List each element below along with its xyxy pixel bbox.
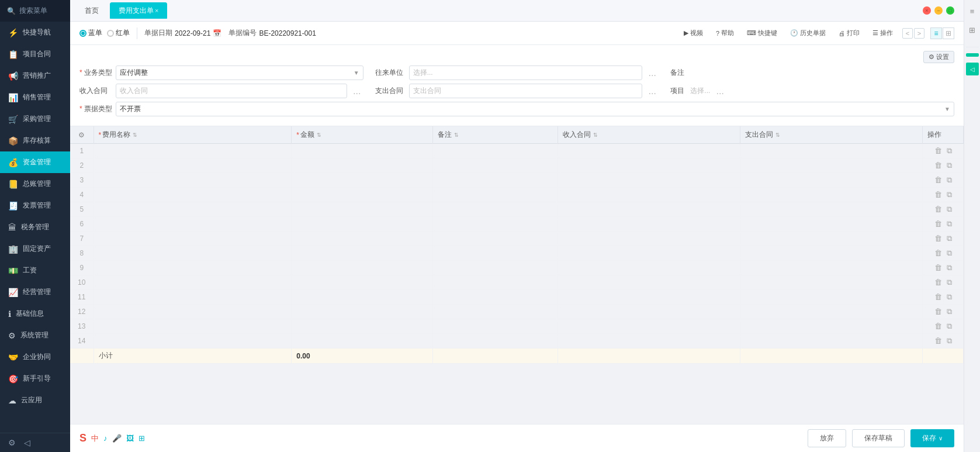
row-delete-icon-6[interactable]: 🗑 bbox=[934, 219, 942, 229]
settings-button[interactable]: ⚙ 设置 bbox=[923, 51, 954, 63]
row-expense-contract-9[interactable] bbox=[740, 261, 923, 275]
expense-contract-dots[interactable]: … bbox=[646, 87, 659, 96]
row-delete-icon-2[interactable]: 🗑 bbox=[934, 161, 942, 170]
row-expense-contract-6[interactable] bbox=[740, 217, 923, 232]
row-expense-contract-5[interactable] bbox=[740, 202, 923, 217]
sidebar-item-accounting[interactable]: 📒 总账管理 bbox=[0, 173, 70, 195]
row-expense-name-14[interactable] bbox=[94, 334, 292, 349]
row-expense-contract-3[interactable] bbox=[740, 173, 923, 188]
sort-icon-amount[interactable]: ⇅ bbox=[317, 132, 321, 138]
row-amount-3[interactable] bbox=[292, 173, 433, 188]
image-icon[interactable]: 🖼 bbox=[126, 434, 134, 443]
row-remark-13[interactable] bbox=[432, 319, 558, 334]
row-copy-icon-7[interactable]: ⧉ bbox=[947, 234, 952, 243]
radio-red[interactable]: 红单 bbox=[107, 28, 130, 38]
row-amount-2[interactable] bbox=[292, 158, 433, 173]
row-amount-13[interactable] bbox=[292, 319, 433, 334]
calendar-icon[interactable]: 📅 bbox=[213, 29, 221, 37]
sidebar-item-inventory[interactable]: 📦 库存核算 bbox=[0, 130, 70, 151]
settings-icon[interactable]: ⚙ bbox=[8, 438, 16, 447]
row-remark-7[interactable] bbox=[432, 232, 558, 246]
partner-select[interactable]: 选择... bbox=[409, 65, 643, 80]
row-expense-name-9[interactable] bbox=[94, 261, 292, 275]
row-expense-contract-11[interactable] bbox=[740, 290, 923, 305]
row-copy-icon-3[interactable]: ⧉ bbox=[947, 175, 952, 185]
tab-expense[interactable]: 费用支出单 × bbox=[110, 2, 167, 19]
row-delete-icon-8[interactable]: 🗑 bbox=[934, 249, 942, 258]
row-copy-icon-13[interactable]: ⧉ bbox=[947, 322, 952, 331]
row-expense-contract-7[interactable] bbox=[740, 232, 923, 246]
video-button[interactable]: ▶ 视频 bbox=[680, 27, 707, 39]
row-delete-icon-7[interactable]: 🗑 bbox=[934, 234, 942, 243]
row-income-contract-11[interactable] bbox=[558, 290, 740, 305]
sidebar-search[interactable]: 🔍 搜索菜单 bbox=[0, 0, 70, 22]
row-remark-3[interactable] bbox=[432, 173, 558, 188]
tab-close-icon[interactable]: × bbox=[155, 7, 158, 14]
row-expense-contract-2[interactable] bbox=[740, 158, 923, 173]
row-expense-name-4[interactable] bbox=[94, 188, 292, 202]
row-copy-icon-6[interactable]: ⧉ bbox=[947, 219, 952, 229]
sort-icon-expense-contract[interactable]: ⇅ bbox=[775, 132, 780, 138]
row-remark-9[interactable] bbox=[432, 261, 558, 275]
row-amount-9[interactable] bbox=[292, 261, 433, 275]
sort-icon-remark[interactable]: ⇅ bbox=[454, 132, 459, 138]
row-copy-icon-5[interactable]: ⧉ bbox=[947, 205, 952, 214]
row-income-contract-14[interactable] bbox=[558, 334, 740, 349]
row-income-contract-12[interactable] bbox=[558, 305, 740, 319]
business-type-select[interactable]: 应付调整 ▼ bbox=[116, 65, 363, 80]
sidebar-item-operations[interactable]: 📈 经营管理 bbox=[0, 281, 70, 303]
row-copy-icon-14[interactable]: ⧉ bbox=[947, 336, 952, 346]
row-amount-12[interactable] bbox=[292, 305, 433, 319]
row-expense-contract-8[interactable] bbox=[740, 246, 923, 261]
row-amount-11[interactable] bbox=[292, 290, 433, 305]
row-remark-11[interactable] bbox=[432, 290, 558, 305]
row-amount-8[interactable] bbox=[292, 246, 433, 261]
row-remark-12[interactable] bbox=[432, 305, 558, 319]
draft-button[interactable]: 保存草稿 bbox=[852, 429, 905, 447]
nav-next-button[interactable]: > bbox=[914, 28, 924, 39]
sidebar-item-fixed-assets[interactable]: 🏢 固定资产 bbox=[0, 238, 70, 260]
row-expense-name-8[interactable] bbox=[94, 246, 292, 261]
right-panel-list-btn[interactable]: ≡ bbox=[966, 5, 979, 18]
row-expense-contract-1[interactable] bbox=[740, 144, 923, 158]
table-gear-icon[interactable]: ⚙ bbox=[78, 131, 85, 139]
row-amount-10[interactable] bbox=[292, 275, 433, 290]
row-income-contract-1[interactable] bbox=[558, 144, 740, 158]
sidebar-item-marketing[interactable]: 📢 营销推广 bbox=[0, 65, 70, 87]
project-dots[interactable]: … bbox=[714, 87, 726, 96]
row-expense-name-12[interactable] bbox=[94, 305, 292, 319]
row-copy-icon-9[interactable]: ⧉ bbox=[947, 263, 952, 272]
sidebar-item-system[interactable]: ⚙ 系统管理 bbox=[0, 325, 70, 346]
sidebar-item-project-contract[interactable]: 📋 项目合同 bbox=[0, 43, 70, 65]
sidebar-item-sales[interactable]: 📊 销售管理 bbox=[0, 87, 70, 108]
row-amount-7[interactable] bbox=[292, 232, 433, 246]
sidebar-item-cloud-apps[interactable]: ☁ 云应用 bbox=[0, 389, 70, 411]
th-settings[interactable]: ⚙ bbox=[70, 126, 94, 144]
row-expense-contract-14[interactable] bbox=[740, 334, 923, 349]
row-income-contract-2[interactable] bbox=[558, 158, 740, 173]
row-income-contract-3[interactable] bbox=[558, 173, 740, 188]
right-panel-grid-btn[interactable]: ⊞ bbox=[966, 23, 979, 36]
grid-icon[interactable]: ⊞ bbox=[138, 434, 145, 443]
discard-button[interactable]: 放弃 bbox=[808, 429, 846, 447]
right-clip-button[interactable]: 附 bbox=[966, 53, 979, 57]
sidebar-item-quick-nav[interactable]: ⚡ 快捷导航 bbox=[0, 22, 70, 43]
row-remark-6[interactable] bbox=[432, 217, 558, 232]
row-remark-5[interactable] bbox=[432, 202, 558, 217]
row-copy-icon-4[interactable]: ⧉ bbox=[947, 190, 952, 199]
income-contract-dots[interactable]: … bbox=[351, 87, 363, 96]
window-minimize-button[interactable]: − bbox=[934, 6, 943, 15]
music-icon[interactable]: ♪ bbox=[103, 434, 108, 443]
operations-button[interactable]: ☰ 操作 bbox=[869, 27, 896, 39]
save-button[interactable]: 保存 ∨ bbox=[910, 429, 954, 447]
sidebar-item-new-guide[interactable]: 🎯 新手引导 bbox=[0, 368, 70, 389]
print-button[interactable]: 🖨 打印 bbox=[835, 27, 863, 39]
row-copy-icon-12[interactable]: ⧉ bbox=[947, 307, 952, 316]
chinese-icon[interactable]: 中 bbox=[91, 433, 99, 444]
expense-contract-select[interactable]: 支出合同 bbox=[409, 84, 643, 98]
row-delete-icon-14[interactable]: 🗑 bbox=[934, 336, 942, 346]
row-amount-4[interactable] bbox=[292, 188, 433, 202]
row-income-contract-4[interactable] bbox=[558, 188, 740, 202]
row-amount-14[interactable] bbox=[292, 334, 433, 349]
income-contract-select[interactable]: 收入合同 bbox=[116, 84, 347, 98]
